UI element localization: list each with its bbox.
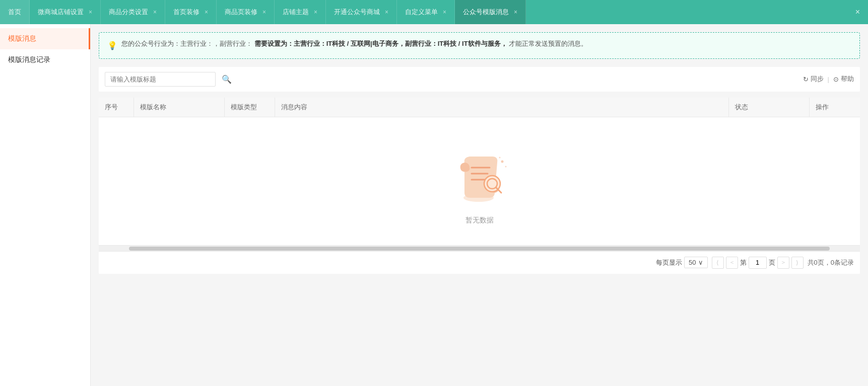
notice-banner: 💡 您的公众号行业为：主营行业：，副营行业： 需要设置为：主营行业：IT科技 /…: [99, 32, 860, 59]
page-label: 第: [740, 258, 747, 267]
svg-point-8: [505, 166, 506, 167]
horizontal-scrollbar[interactable]: [99, 245, 860, 251]
sync-label: 同步: [811, 74, 824, 84]
scrollbar-thumb[interactable]: [129, 247, 830, 251]
page-navigation: ⟨ ＜ 第 页 ＞ ⟩: [712, 257, 804, 269]
empty-svg-icon: [449, 147, 510, 208]
notice-highlight: 需要设置为：主营行业：IT科技 / 互联网|电子商务，副营行业：IT科技 / I…: [254, 40, 507, 47]
sync-icon: ↻: [803, 75, 809, 83]
col-header-name: 模版名称: [134, 98, 225, 117]
sidebar-item-template-msg[interactable]: 模版消息: [0, 28, 90, 49]
dropdown-chevron-icon: ∨: [698, 259, 703, 266]
nav-tab-home-decoration-label: 首页装修: [173, 8, 199, 17]
svg-point-9: [499, 157, 500, 158]
close-shop-theme-icon[interactable]: ×: [314, 9, 317, 16]
content-area: 💡 您的公众号行业为：主营行业：，副营行业： 需要设置为：主营行业：IT科技 /…: [91, 24, 868, 386]
close-shop-settings-icon[interactable]: ×: [89, 9, 92, 16]
search-left: 🔍: [105, 72, 234, 87]
search-button[interactable]: 🔍: [220, 72, 234, 86]
notice-text: 您的公众号行业为：主营行业：，副营行业： 需要设置为：主营行业：IT科技 / 互…: [121, 39, 587, 49]
nav-tab-open-mall[interactable]: 开通公众号商城 ×: [326, 0, 397, 24]
nav-tab-open-mall-label: 开通公众号商城: [334, 8, 380, 17]
empty-text: 暂无数据: [465, 216, 494, 225]
first-page-button[interactable]: ⟨: [712, 257, 724, 269]
nav-tab-custom-menu[interactable]: 自定义菜单 ×: [397, 0, 455, 24]
nav-tab-template-msg-label: 公众号模版消息: [463, 8, 509, 17]
main-container: 模版消息 模版消息记录 💡 您的公众号行业为：主营行业：，副营行业： 需要设置为…: [0, 24, 868, 386]
prev-page-button[interactable]: ＜: [726, 257, 738, 269]
help-button[interactable]: ⊙ 帮助: [833, 74, 854, 84]
nav-tab-shop-theme-label: 店铺主题: [283, 8, 309, 17]
notice-icon: 💡: [107, 39, 117, 52]
col-header-action: 操作: [810, 98, 860, 117]
help-icon: ⊙: [833, 75, 839, 83]
svg-point-7: [501, 160, 503, 163]
sidebar-item-template-records[interactable]: 模版消息记录: [0, 49, 90, 70]
help-label: 帮助: [841, 74, 854, 84]
sidebar-item-template-msg-label: 模版消息: [8, 34, 36, 42]
pagination-row: 每页显示 50 ∨ ⟨ ＜ 第 页: [99, 251, 860, 274]
nav-tab-product-decoration[interactable]: 商品页装修 ×: [217, 0, 275, 24]
nav-tab-home-decoration[interactable]: 首页装修 ×: [165, 0, 217, 24]
top-navigation: 首页 微商城店铺设置 × 商品分类设置 × 首页装修 × 商品页装修 × 店铺主…: [0, 0, 868, 24]
divider: |: [828, 75, 829, 83]
close-open-mall-icon[interactable]: ×: [385, 9, 388, 16]
search-icon: 🔍: [222, 75, 232, 84]
search-right: ↻ 同步 | ⊙ 帮助: [803, 74, 854, 84]
nav-tab-home[interactable]: 首页: [0, 0, 30, 24]
sync-button[interactable]: ↻ 同步: [803, 74, 824, 84]
page-size-value: 50: [689, 259, 696, 266]
search-row: 🔍 ↻ 同步 | ⊙ 帮助: [99, 67, 860, 92]
table-container: 序号 模版名称 模版类型 消息内容 状态 操作: [99, 98, 860, 274]
nav-tab-custom-menu-label: 自定义菜单: [405, 8, 438, 17]
col-header-content: 消息内容: [275, 98, 729, 117]
page-size-select: 每页显示 50 ∨: [656, 257, 707, 268]
page-size-dropdown[interactable]: 50 ∨: [684, 257, 707, 268]
close-category-settings-icon[interactable]: ×: [153, 9, 157, 16]
nav-tab-category-settings-label: 商品分类设置: [109, 8, 148, 17]
page-unit: 页: [769, 258, 775, 267]
current-page-input[interactable]: [749, 257, 767, 269]
table-header: 序号 模版名称 模版类型 消息内容 状态 操作: [99, 98, 860, 117]
col-header-type: 模版类型: [225, 98, 275, 117]
per-page-label: 每页显示: [656, 258, 682, 267]
next-page-icon: ＞: [780, 258, 786, 267]
col-header-status: 状态: [729, 98, 810, 117]
nav-tab-product-decoration-label: 商品页装修: [225, 8, 257, 17]
next-page-button[interactable]: ＞: [777, 257, 789, 269]
last-page-button[interactable]: ⟩: [791, 257, 804, 269]
nav-tab-home-label: 首页: [8, 8, 21, 17]
empty-state: 暂无数据: [99, 117, 860, 245]
last-page-icon: ⟩: [796, 259, 798, 266]
nav-tab-category-settings[interactable]: 商品分类设置 ×: [101, 0, 165, 24]
close-product-decoration-icon[interactable]: ×: [262, 9, 266, 16]
notice-suffix: 才能正常发送预置的消息。: [509, 40, 587, 47]
close-custom-menu-icon[interactable]: ×: [443, 9, 446, 16]
nav-tab-shop-settings[interactable]: 微商城店铺设置 ×: [30, 0, 101, 24]
total-info: 共0页，0条记录: [808, 258, 854, 267]
sidebar: 模版消息 模版消息记录: [0, 24, 91, 386]
sidebar-item-template-records-label: 模版消息记录: [8, 55, 50, 63]
empty-illustration: [449, 147, 510, 208]
first-page-icon: ⟨: [716, 259, 719, 266]
nav-tab-shop-theme[interactable]: 店铺主题 ×: [275, 0, 326, 24]
nav-tab-shop-settings-label: 微商城店铺设置: [38, 8, 84, 17]
col-header-seq: 序号: [99, 98, 134, 117]
notice-prefix: 您的公众号行业为：主营行业：，副营行业：: [121, 40, 252, 47]
prev-page-icon: ＜: [729, 258, 735, 267]
close-all-button[interactable]: ×: [847, 8, 868, 17]
close-home-decoration-icon[interactable]: ×: [205, 9, 208, 16]
close-template-msg-icon[interactable]: ×: [514, 9, 517, 16]
search-input[interactable]: [105, 72, 216, 87]
nav-tab-template-msg[interactable]: 公众号模版消息 ×: [455, 0, 526, 24]
